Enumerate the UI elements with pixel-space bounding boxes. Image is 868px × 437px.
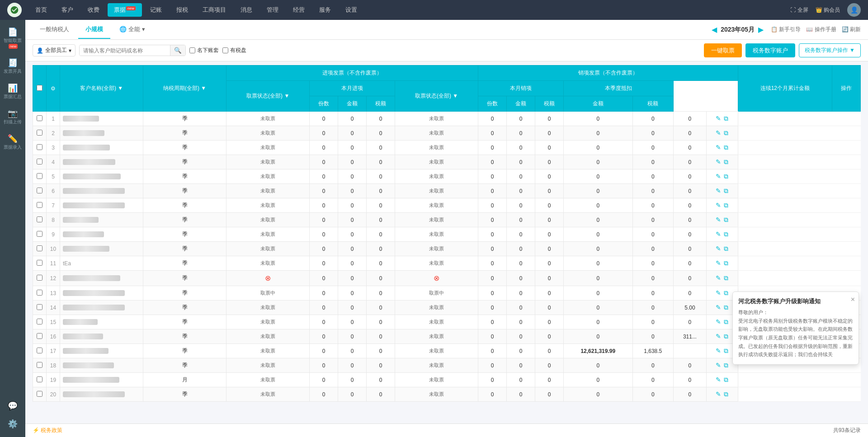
sub-account-checkbox[interactable]: 名下账套 bbox=[189, 47, 219, 54]
copy-icon[interactable]: ⧉ bbox=[724, 259, 728, 267]
fullscreen-btn[interactable]: ⛶ 全屏 bbox=[790, 6, 808, 14]
edit-icon[interactable]: ✎ bbox=[716, 274, 721, 282]
edit-icon[interactable]: ✎ bbox=[716, 187, 721, 195]
copy-icon[interactable]: ⧉ bbox=[724, 129, 728, 137]
nav-operation[interactable]: 经营 bbox=[287, 3, 311, 17]
copy-icon[interactable]: ⧉ bbox=[724, 173, 728, 180]
row-checkbox[interactable] bbox=[37, 391, 42, 397]
operation-manual-btn[interactable]: 📖 操作手册 bbox=[806, 26, 836, 33]
copy-icon[interactable]: ⧉ bbox=[724, 390, 728, 398]
digital-account-btn[interactable]: 税务数字账户 bbox=[745, 43, 795, 57]
copy-icon[interactable]: ⧉ bbox=[724, 158, 728, 166]
copy-icon[interactable]: ⧉ bbox=[724, 115, 728, 122]
sidebar-item-smart-fetch[interactable]: 📄 智能取票new bbox=[1, 23, 24, 52]
edit-icon[interactable]: ✎ bbox=[716, 304, 721, 311]
copy-icon[interactable]: ⧉ bbox=[724, 274, 728, 282]
row-checkbox[interactable] bbox=[37, 275, 42, 281]
employee-select[interactable]: 👤 全部员工 ▾ bbox=[33, 44, 75, 56]
copy-icon[interactable]: ⧉ bbox=[724, 362, 728, 369]
search-input[interactable] bbox=[80, 46, 170, 56]
row-checkbox[interactable] bbox=[37, 231, 42, 237]
row-checkbox[interactable] bbox=[37, 260, 42, 266]
period-next-btn[interactable]: ▶ bbox=[758, 25, 764, 34]
select-all-checkbox[interactable] bbox=[37, 85, 42, 91]
nav-settings[interactable]: 设置 bbox=[339, 3, 363, 17]
copy-icon[interactable]: ⧉ bbox=[724, 289, 728, 297]
edit-icon[interactable]: ✎ bbox=[716, 158, 721, 166]
nav-message[interactable]: 消息 bbox=[234, 3, 259, 17]
sidebar-item-ticket-summary[interactable]: 📊 票据汇总 bbox=[1, 80, 24, 103]
edit-icon[interactable]: ✎ bbox=[716, 230, 721, 238]
row-checkbox[interactable] bbox=[37, 173, 42, 179]
row-checkbox[interactable] bbox=[37, 348, 42, 353]
nav-ticket[interactable]: 票据new bbox=[108, 3, 142, 17]
copy-icon[interactable]: ⧉ bbox=[724, 304, 728, 311]
period-prev-btn[interactable]: ◀ bbox=[712, 25, 717, 34]
tab-full-ability[interactable]: 🌐 全能 ▾ bbox=[112, 21, 152, 39]
row-checkbox[interactable] bbox=[37, 245, 42, 251]
copy-icon[interactable]: ⧉ bbox=[724, 347, 728, 355]
edit-icon[interactable]: ✎ bbox=[716, 333, 721, 340]
row-checkbox[interactable] bbox=[37, 304, 42, 310]
edit-icon[interactable]: ✎ bbox=[716, 245, 721, 253]
search-button[interactable]: 🔍 bbox=[170, 45, 185, 56]
row-checkbox[interactable] bbox=[37, 188, 42, 193]
sidebar-item-scan-upload[interactable]: 📷 扫描上传 bbox=[1, 105, 24, 128]
digital-account-ops-btn[interactable]: 税务数字账户操作 ▼ bbox=[799, 43, 861, 57]
refresh-btn[interactable]: 🔄 刷新 bbox=[842, 26, 861, 33]
nav-home[interactable]: 首页 bbox=[29, 3, 53, 17]
sidebar-item-chat[interactable]: 💬 bbox=[1, 397, 24, 415]
row-checkbox[interactable] bbox=[37, 290, 42, 296]
row-checkbox[interactable] bbox=[37, 333, 42, 339]
row-checkbox[interactable] bbox=[37, 159, 42, 164]
tax-disk-checkbox[interactable]: 有税盘 bbox=[222, 47, 246, 54]
new-guide-btn[interactable]: 📋 新手引导 bbox=[771, 26, 801, 33]
edit-icon[interactable]: ✎ bbox=[716, 202, 721, 209]
nav-business[interactable]: 工商项目 bbox=[196, 3, 232, 17]
copy-icon[interactable]: ⧉ bbox=[724, 202, 728, 209]
nav-service[interactable]: 服务 bbox=[313, 3, 337, 17]
nav-tax[interactable]: 报税 bbox=[170, 3, 194, 17]
copy-icon[interactable]: ⧉ bbox=[724, 318, 728, 326]
row-checkbox[interactable] bbox=[37, 202, 42, 208]
nav-bookkeeping[interactable]: 记账 bbox=[144, 3, 168, 17]
edit-icon[interactable]: ✎ bbox=[716, 259, 721, 267]
row-checkbox[interactable] bbox=[37, 216, 42, 222]
copy-icon[interactable]: ⧉ bbox=[724, 245, 728, 253]
copy-icon[interactable]: ⧉ bbox=[724, 376, 728, 384]
copy-icon[interactable]: ⧉ bbox=[724, 333, 728, 340]
copy-icon[interactable]: ⧉ bbox=[724, 187, 728, 195]
edit-icon[interactable]: ✎ bbox=[716, 376, 721, 384]
user-avatar[interactable]: 👤 bbox=[847, 3, 861, 17]
copy-icon[interactable]: ⧉ bbox=[724, 230, 728, 238]
edit-icon[interactable]: ✎ bbox=[716, 390, 721, 398]
edit-icon[interactable]: ✎ bbox=[716, 144, 721, 151]
notification-close-btn[interactable]: × bbox=[851, 296, 855, 304]
edit-icon[interactable]: ✎ bbox=[716, 173, 721, 180]
nav-customer[interactable]: 客户 bbox=[55, 3, 80, 17]
edit-icon[interactable]: ✎ bbox=[716, 129, 721, 137]
tab-general-taxpayer[interactable]: 一般纳税人 bbox=[33, 21, 76, 39]
row-checkbox[interactable] bbox=[37, 319, 42, 324]
nav-fee[interactable]: 收费 bbox=[81, 3, 106, 17]
copy-icon[interactable]: ⧉ bbox=[724, 144, 728, 151]
row-checkbox[interactable] bbox=[37, 362, 42, 368]
tab-small-scale[interactable]: 小规模 bbox=[78, 21, 110, 39]
edit-icon[interactable]: ✎ bbox=[716, 318, 721, 326]
edit-icon[interactable]: ✎ bbox=[716, 216, 721, 224]
nav-manage[interactable]: 管理 bbox=[260, 3, 285, 17]
tax-policy-label[interactable]: ⚡ 税务政策 bbox=[33, 427, 62, 434]
sidebar-item-ticket-entry[interactable]: ✏️ 票据录入 bbox=[1, 130, 24, 154]
row-checkbox[interactable] bbox=[37, 376, 42, 382]
edit-icon[interactable]: ✎ bbox=[716, 115, 721, 122]
copy-icon[interactable]: ⧉ bbox=[724, 216, 728, 224]
edit-icon[interactable]: ✎ bbox=[716, 289, 721, 297]
sidebar-item-config[interactable]: ⚙️ bbox=[1, 415, 24, 433]
sidebar-item-invoice-open[interactable]: 🧾 发票开具 bbox=[1, 54, 24, 78]
one-click-fetch-btn[interactable]: 一键取票 bbox=[704, 43, 742, 57]
row-checkbox[interactable] bbox=[37, 115, 42, 121]
row-checkbox[interactable] bbox=[37, 130, 42, 136]
edit-icon[interactable]: ✎ bbox=[716, 362, 721, 369]
edit-icon[interactable]: ✎ bbox=[716, 347, 721, 355]
member-btn[interactable]: 👑 购会员 bbox=[816, 6, 840, 14]
